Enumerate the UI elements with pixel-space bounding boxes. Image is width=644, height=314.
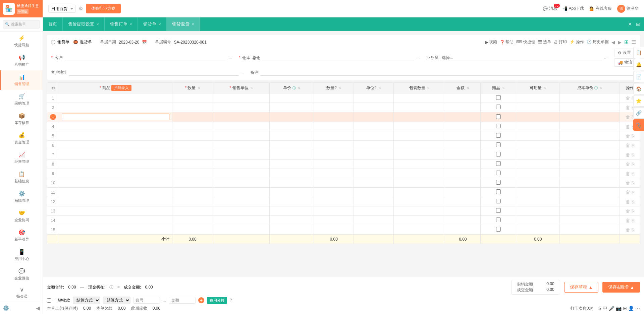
remarks-input[interactable] bbox=[261, 69, 636, 76]
summary-method-select[interactable]: 结算方式 bbox=[103, 297, 130, 304]
tab-sales-delivery-close[interactable]: ✕ bbox=[158, 22, 161, 26]
delete-row-icon[interactable]: 🗑 bbox=[626, 124, 630, 129]
row-pack-qty[interactable] bbox=[394, 93, 445, 103]
col-cost-price-sort[interactable]: ⇅ bbox=[599, 86, 602, 90]
sidebar-item-marketing[interactable]: 📢 营销推广 bbox=[0, 51, 43, 70]
fee-split-button[interactable]: 费用分摊 bbox=[207, 297, 227, 304]
delete-row-icon[interactable]: 🗑 bbox=[626, 171, 630, 176]
copy-row-icon[interactable]: ⎘ bbox=[632, 190, 634, 195]
col-amount-sort[interactable]: ⇅ bbox=[467, 86, 469, 90]
col-gift-sort[interactable]: ⇅ bbox=[502, 86, 505, 90]
sidebar-item-sys-mgmt[interactable]: ⚙️ 系统管理 bbox=[0, 187, 43, 206]
sidebar-item-ops-mgmt[interactable]: 📈 经营管理 bbox=[0, 148, 43, 168]
search-menu-button[interactable]: 🔍 搜索菜单 bbox=[3, 20, 40, 28]
row-unit-price[interactable] bbox=[270, 112, 314, 122]
row-pack-qty[interactable] bbox=[394, 103, 445, 112]
more-icon[interactable]: ⋯ bbox=[635, 306, 640, 311]
message-button[interactable]: 💬 消息 70 bbox=[543, 6, 557, 11]
gift-checkbox[interactable] bbox=[496, 152, 501, 156]
gift-checkbox[interactable] bbox=[496, 171, 501, 175]
copy-row-icon[interactable]: ⎘ bbox=[632, 162, 634, 167]
delete-row-icon[interactable]: 🗑 bbox=[626, 199, 630, 204]
gift-checkbox[interactable] bbox=[496, 133, 501, 138]
row-qty2[interactable] bbox=[314, 103, 354, 112]
next-record-icon[interactable]: ▶ bbox=[618, 40, 622, 45]
customer-dots[interactable]: ... bbox=[229, 55, 232, 60]
row-available[interactable] bbox=[516, 112, 560, 122]
amount-input[interactable] bbox=[169, 297, 196, 304]
one-key-pay-checkbox[interactable] bbox=[47, 298, 51, 303]
scan-input-button[interactable]: 扫码录入 bbox=[111, 85, 131, 91]
calendar-icon[interactable]: 📅 bbox=[142, 40, 147, 45]
delete-row-icon[interactable]: 🗑 bbox=[626, 218, 630, 223]
product-input-active[interactable] bbox=[62, 114, 169, 120]
sidebar-item-basic-info[interactable]: 📋 基础信息 bbox=[0, 168, 43, 187]
copy-row-icon[interactable]: ⎘ bbox=[632, 152, 634, 158]
row-sales-unit[interactable] bbox=[213, 103, 270, 112]
gift-checkbox[interactable] bbox=[496, 180, 501, 185]
select-order-link[interactable]: ☰ 选单 bbox=[538, 39, 551, 45]
salesperson-dots[interactable]: ... bbox=[604, 55, 607, 60]
col-available-sort[interactable]: ⇅ bbox=[543, 86, 546, 90]
sidebar-item-enterprise[interactable]: 🤝 企业协同 bbox=[0, 206, 43, 226]
warehouse-dots[interactable]: ... bbox=[416, 55, 420, 60]
row-qty2[interactable] bbox=[314, 112, 354, 122]
sougou-icon[interactable]: S bbox=[598, 306, 601, 311]
copy-row-icon[interactable]: ⎘ bbox=[632, 199, 634, 204]
tab-sales-order[interactable]: 销售订单 ✕ bbox=[105, 17, 138, 31]
save-draft-button[interactable]: 保存草稿 ▲ bbox=[564, 282, 599, 293]
col-settings-th[interactable]: ⚙ bbox=[47, 83, 59, 93]
side-tool-3[interactable]: 📄 bbox=[633, 71, 644, 82]
row-cost-price[interactable] bbox=[559, 103, 620, 112]
sidebar-item-inventory[interactable]: 📦 库存核算 bbox=[0, 109, 43, 129]
tab-more-icon[interactable]: ⊞ bbox=[635, 20, 641, 28]
prev-record-icon[interactable]: ◀ bbox=[611, 40, 615, 45]
scan-barcode-icon[interactable]: 📷 bbox=[616, 306, 622, 311]
account-input[interactable] bbox=[133, 297, 160, 304]
row-amount[interactable] bbox=[445, 103, 481, 112]
industry-selector[interactable]: 日用百货 bbox=[48, 5, 76, 13]
row-cost-price[interactable] bbox=[559, 93, 620, 103]
gift-checkbox[interactable] bbox=[496, 114, 501, 119]
row-unit2[interactable] bbox=[354, 103, 394, 112]
side-tool-1[interactable]: 📋 bbox=[633, 47, 644, 58]
row-unit2[interactable] bbox=[354, 112, 394, 122]
row-product[interactable] bbox=[59, 93, 172, 103]
sidebar-item-new-guide[interactable]: 🎯 新手引导 bbox=[0, 226, 43, 245]
col-qty2-sort[interactable]: ⇅ bbox=[338, 86, 341, 90]
tab-sales-return-close[interactable]: ✕ bbox=[192, 22, 194, 26]
sidebar-item-changyou-member[interactable]: V 畅会员 bbox=[0, 284, 43, 302]
caret-icon[interactable]: 中 bbox=[603, 305, 607, 311]
delete-row-icon[interactable]: 🗑 bbox=[626, 133, 630, 139]
sidebar-item-finance-mgmt[interactable]: 💰 资金管理 bbox=[0, 129, 43, 148]
user-profile[interactable]: 徐 徐泽华 bbox=[617, 5, 639, 13]
row-sales-unit[interactable] bbox=[213, 93, 270, 103]
row-unit2[interactable] bbox=[354, 93, 394, 103]
add-payment-button[interactable]: + bbox=[198, 297, 204, 303]
gift-checkbox[interactable] bbox=[496, 199, 501, 203]
row-qty[interactable] bbox=[172, 112, 213, 122]
copy-row-icon[interactable]: ⎘ bbox=[632, 208, 634, 214]
address-dots[interactable]: ... bbox=[240, 70, 244, 75]
calc-method-select[interactable]: 结算方式 bbox=[73, 297, 100, 304]
warehouse-input[interactable] bbox=[262, 55, 414, 61]
delete-row-icon[interactable]: 🗑 bbox=[626, 96, 630, 101]
radio-sales-input[interactable] bbox=[51, 40, 55, 44]
row-gift[interactable] bbox=[481, 103, 516, 112]
row-amount[interactable] bbox=[445, 93, 481, 103]
list-view-icon[interactable]: ☰ bbox=[631, 39, 636, 45]
customer-input[interactable] bbox=[65, 55, 227, 61]
col-settings-icon[interactable]: ⚙ bbox=[51, 86, 55, 90]
row-qty[interactable] bbox=[172, 103, 213, 112]
copy-row-icon[interactable]: ⎘ bbox=[632, 171, 634, 176]
delete-row-icon[interactable]: 🗑 bbox=[626, 227, 630, 233]
row-product[interactable] bbox=[59, 112, 172, 122]
tab-close-all-icon[interactable]: ✕ bbox=[627, 20, 633, 28]
row-available[interactable] bbox=[516, 93, 560, 103]
gift-checkbox[interactable] bbox=[496, 217, 501, 222]
tab-sales-delivery[interactable]: 销货单 ✕ bbox=[138, 17, 167, 31]
radio-return-input[interactable] bbox=[73, 40, 78, 44]
gift-checkbox[interactable] bbox=[496, 142, 501, 147]
topbar-gear-icon[interactable]: ⚙ bbox=[78, 5, 83, 12]
operate-link[interactable]: ⚡ 操作 bbox=[570, 39, 584, 45]
